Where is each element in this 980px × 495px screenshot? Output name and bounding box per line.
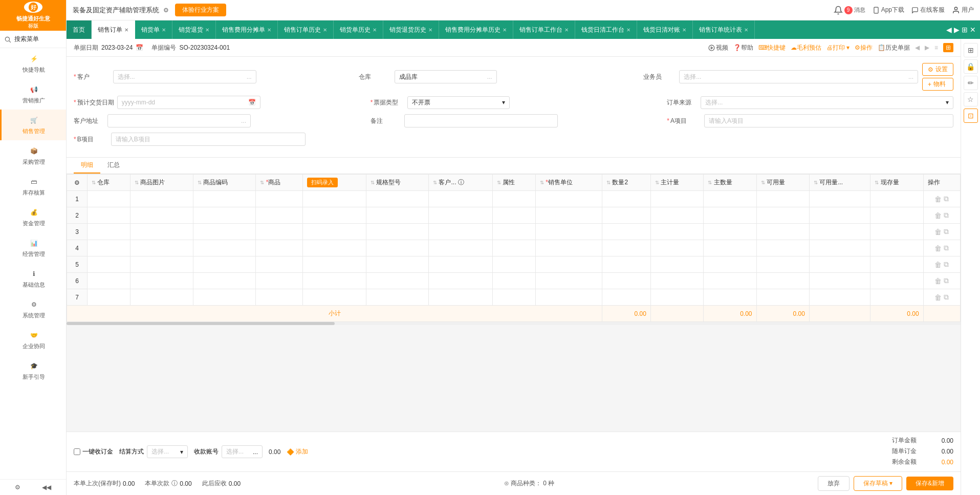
payment-method-select[interactable]: 选择... ▾: [147, 445, 188, 458]
toolbar-profit-btn[interactable]: ☁毛利预估: [791, 44, 821, 52]
sidebar-item-finance[interactable]: 💰 资金管理: [0, 202, 66, 232]
warehouse-input[interactable]: 成品库 ...: [395, 70, 497, 83]
date-calendar-icon[interactable]: 📅: [248, 99, 256, 106]
right-panel-scan-btn[interactable]: ⊡: [964, 109, 978, 123]
tab-close-icon[interactable]: ✕: [564, 27, 569, 33]
online-service-btn[interactable]: 在线客服: [911, 6, 945, 14]
sidebar-item-sales[interactable]: 🛒 销售管理: [0, 110, 66, 140]
delete-row-btn[interactable]: 🗑: [934, 293, 942, 302]
cell-available[interactable]: [756, 191, 809, 207]
sidebar-item-inventory[interactable]: 🗃 库存核算: [0, 171, 66, 202]
tab-close-icon[interactable]: ✕: [744, 27, 748, 33]
salesperson-input[interactable]: 选择... ...: [679, 70, 918, 83]
tab-sales-fee[interactable]: 销售费用分摊单 ✕: [216, 20, 278, 39]
view-toggle-list-btn[interactable]: ≡: [934, 44, 938, 51]
tab-close-all-btn[interactable]: ✕: [970, 26, 976, 34]
copy-row-btn[interactable]: ⧉: [944, 244, 949, 252]
tab-sales-return[interactable]: 销货退货 ✕: [172, 20, 216, 39]
delete-row-btn[interactable]: 🗑: [934, 227, 942, 236]
delete-row-btn[interactable]: 🗑: [934, 276, 942, 285]
delete-row-btn[interactable]: 🗑: [934, 260, 942, 269]
tab-close-icon[interactable]: ✕: [124, 27, 128, 33]
right-panel-grid-btn[interactable]: ⊞: [964, 43, 978, 57]
toolbar-video-btn[interactable]: 视频: [708, 44, 728, 52]
sidebar-item-guide[interactable]: 🎓 新手引导: [0, 355, 66, 386]
settings-btn[interactable]: ⚙ 设置: [922, 63, 953, 76]
horizontal-scrollbar[interactable]: [67, 322, 961, 325]
cell-attribute[interactable]: [492, 191, 535, 207]
col-attribute[interactable]: ⇅ 属性: [492, 175, 535, 191]
save-draft-btn[interactable]: 保存草稿 ▾: [854, 476, 902, 491]
cell-customer-code[interactable]: [429, 191, 493, 207]
col-main-qty[interactable]: ⇅ 主数量: [704, 175, 756, 191]
topbar-gear-icon[interactable]: ⚙: [163, 7, 169, 14]
account-select[interactable]: 选择... ...: [222, 445, 263, 458]
a-project-input[interactable]: 请输入A项目: [704, 114, 953, 127]
tab-prev-btn[interactable]: ◀: [946, 26, 952, 34]
delete-row-btn[interactable]: 🗑: [934, 244, 942, 252]
tab-close-icon[interactable]: ✕: [626, 27, 630, 33]
cell-product-code[interactable]: [193, 191, 256, 207]
col-customer-code[interactable]: ⇅ 客户... ⓘ: [429, 175, 493, 191]
b-project-input[interactable]: 请输入B项目: [111, 133, 306, 146]
col-spec[interactable]: ⇅ 规格型号: [366, 175, 429, 191]
toolbar-help-btn[interactable]: ❓帮助: [733, 44, 753, 52]
user-avatar[interactable]: 用户: [952, 6, 974, 14]
delivery-date-input[interactable]: yyyy-mm-dd 📅: [117, 96, 260, 109]
col-available[interactable]: ⇅ 可用量: [756, 175, 809, 191]
tab-sales-order[interactable]: 销售订单 ✕: [92, 20, 135, 39]
cell-qty2[interactable]: [602, 191, 651, 207]
col-product[interactable]: ⇅ *商品: [256, 175, 303, 191]
toolbar-print-btn[interactable]: 🖨打印 ▾: [826, 44, 850, 52]
dropdown-arrow[interactable]: ▾: [889, 480, 892, 487]
sidebar-item-collab[interactable]: 🤝 企业协同: [0, 325, 66, 355]
cell-sales-unit[interactable]: [535, 191, 602, 207]
customer-ellipsis[interactable]: ...: [247, 73, 252, 80]
material-btn[interactable]: + 物料: [922, 78, 953, 91]
cell-product[interactable]: [256, 191, 303, 207]
col-settings[interactable]: ⚙: [67, 175, 88, 191]
col-warehouse[interactable]: ⇅ 仓库: [88, 175, 130, 191]
tab-sales-goods[interactable]: 销货单 ✕: [135, 20, 172, 39]
copy-row-btn[interactable]: ⧉: [944, 293, 949, 302]
sidebar-item-quick-nav[interactable]: ⚡ 快捷导航: [0, 48, 66, 79]
salesperson-ellipsis[interactable]: ...: [908, 73, 913, 80]
tab-expand-btn[interactable]: ⊞: [962, 26, 968, 34]
toolbar-shortcuts-btn[interactable]: ⌨快捷键: [758, 44, 786, 52]
col-sales-unit[interactable]: ⇅ *销售单位: [535, 175, 602, 191]
customer-address-input[interactable]: ...: [107, 114, 251, 127]
cell-available2[interactable]: [809, 191, 870, 207]
tab-cash-workbench[interactable]: 钱货日清工作台 ✕: [575, 20, 637, 39]
tab-close-icon[interactable]: ✕: [162, 27, 166, 33]
add-btn[interactable]: 🔶 添加: [287, 447, 308, 456]
warehouse-ellipsis[interactable]: ...: [487, 73, 492, 80]
tab-close-icon[interactable]: ✕: [682, 27, 686, 33]
tab-summary[interactable]: 汇总: [100, 158, 127, 174]
cell-main-unit[interactable]: [650, 191, 703, 207]
tab-close-icon[interactable]: ✕: [323, 27, 327, 33]
col-current-stock[interactable]: ⇅ 现存量: [870, 175, 923, 191]
order-source-select[interactable]: 选择... ▾: [701, 96, 953, 109]
single-date-value[interactable]: 2023-03-24: [101, 44, 133, 51]
right-panel-lock-btn[interactable]: 🔒: [964, 59, 978, 74]
tab-next-btn[interactable]: ▶: [954, 26, 960, 34]
remark-input[interactable]: [404, 114, 558, 127]
tab-cash-reconcile[interactable]: 钱货日清对账 ✕: [637, 20, 693, 39]
cell-main-qty[interactable]: [704, 191, 756, 207]
copy-row-btn[interactable]: ⧉: [944, 276, 949, 285]
scan-btn[interactable]: 扫码录入: [307, 178, 338, 187]
right-panel-star-btn[interactable]: ☆: [964, 92, 978, 106]
toolbar-ops-btn[interactable]: ⚙操作: [855, 44, 873, 52]
toolbar-history-btn[interactable]: 📋历史单据: [878, 44, 910, 52]
tab-order-workbench[interactable]: 销售订单工作台 ✕: [513, 20, 575, 39]
view-toggle-form-btn[interactable]: ⊞: [943, 43, 953, 52]
tab-home[interactable]: 首页: [67, 20, 92, 39]
copy-row-btn[interactable]: ⧉: [944, 195, 949, 203]
col-scan[interactable]: 扫码录入: [302, 175, 366, 191]
address-ellipsis[interactable]: ...: [241, 117, 246, 124]
sidebar-item-management[interactable]: 📊 经营管理: [0, 232, 66, 263]
tab-close-icon[interactable]: ✕: [428, 27, 432, 33]
tab-close-icon[interactable]: ✕: [267, 27, 271, 33]
sidebar-item-system[interactable]: ⚙ 系统管理: [0, 294, 66, 325]
sidebar-settings-btn[interactable]: ⚙: [15, 484, 20, 491]
